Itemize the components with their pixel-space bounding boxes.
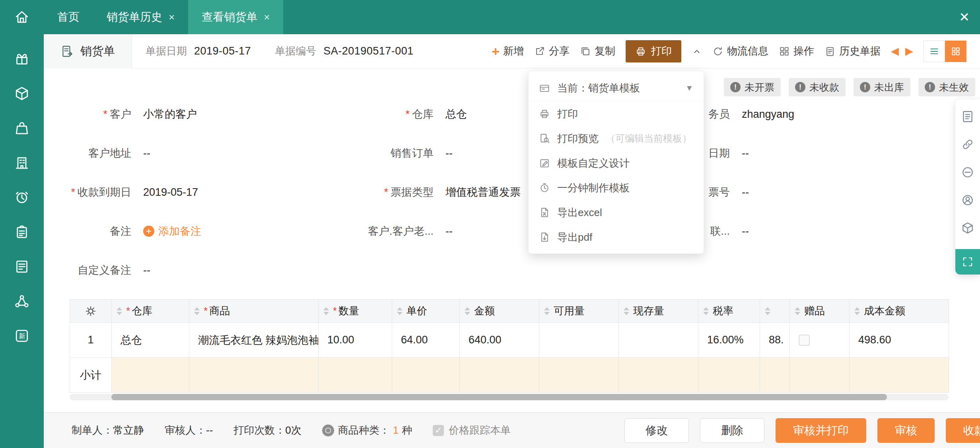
- tab-sales-history[interactable]: 销货单历史×: [93, 0, 188, 34]
- column-header-quantity[interactable]: *数量: [319, 300, 392, 323]
- quantity-cell: 10.00: [319, 323, 392, 358]
- tab-home[interactable]: 首页: [44, 0, 93, 34]
- grid-view-toggle[interactable]: [945, 41, 966, 62]
- close-window-icon[interactable]: ✕: [959, 10, 970, 25]
- building-icon[interactable]: [14, 155, 30, 171]
- doc-number-value: SA-20190517-001: [323, 45, 414, 57]
- link-icon[interactable]: [961, 138, 974, 151]
- home-icon[interactable]: [14, 9, 30, 25]
- product-cell: 潮流毛衣红色 辣妈泡泡袖: [189, 323, 319, 358]
- price-track-checkbox[interactable]: ✓: [433, 425, 444, 436]
- add-button[interactable]: +新增: [492, 44, 524, 58]
- copy-button[interactable]: 复制: [580, 44, 615, 58]
- clipped-cell: 88.: [760, 323, 790, 358]
- horizontal-scrollbar[interactable]: [70, 394, 949, 400]
- expand-button[interactable]: [955, 249, 980, 275]
- gift-checkbox[interactable]: [799, 335, 810, 346]
- history-docs-button[interactable]: 历史单据: [824, 44, 881, 58]
- share-button[interactable]: 分享: [534, 44, 570, 58]
- creator-info: 制单人：常立静: [72, 423, 144, 437]
- menu-item-template-design[interactable]: 模板自定义设计: [529, 151, 704, 175]
- print-dropdown-menu: 当前：销货单模板 ▼ 打印 打印预览 （可编辑当前模板） 模板自定义设计 一分钟…: [528, 71, 704, 254]
- receive-payment-button[interactable]: 收款: [946, 418, 980, 443]
- svg-text:新: 新: [19, 332, 25, 339]
- minus-circle-icon[interactable]: [961, 166, 974, 179]
- bag-icon[interactable]: [14, 120, 30, 136]
- preview-icon: [539, 133, 550, 144]
- tab-view-sales-order[interactable]: 查看销货单×: [188, 0, 283, 34]
- column-header-tax-rate[interactable]: 税率: [698, 300, 760, 323]
- modify-button[interactable]: 修改: [624, 418, 689, 443]
- menu-item-print-preview[interactable]: 打印预览 （可编辑当前模板）: [529, 126, 704, 151]
- warehouse-value: 总仓: [445, 107, 467, 121]
- menu-item-current-template[interactable]: 当前：销货单模板 ▼: [529, 75, 704, 101]
- amount-cell: 640.00: [460, 323, 539, 358]
- menu-item-export-excel[interactable]: 导出excel: [529, 200, 704, 225]
- history-doc-icon: [824, 46, 836, 57]
- column-header-warehouse[interactable]: *仓库: [112, 300, 189, 323]
- view-toggles: [924, 41, 966, 62]
- column-header-product[interactable]: *商品: [189, 300, 319, 323]
- field-remark: 备注 +添加备注: [60, 222, 201, 240]
- person-circle-icon[interactable]: [961, 193, 974, 207]
- field-due-date: *收款到期日 2019-05-17: [60, 183, 198, 201]
- doc-number-label: 单据编号: [275, 44, 316, 58]
- chevron-up-icon[interactable]: [692, 46, 702, 56]
- grid-icon: [779, 46, 790, 57]
- column-header-clipped[interactable]: [760, 300, 790, 323]
- sort-icon: [703, 307, 709, 315]
- sort-icon: [765, 307, 770, 315]
- caret-down-icon[interactable]: ▼: [685, 84, 693, 93]
- doc-nav: ◀ ▶: [891, 45, 913, 57]
- sort-icon: [323, 307, 329, 315]
- column-header-cost-amount[interactable]: 成本金额: [850, 300, 949, 323]
- scrollbar-thumb[interactable]: [111, 394, 887, 400]
- exclaim-icon: !: [860, 82, 870, 92]
- delete-button[interactable]: 删除: [700, 418, 764, 443]
- sort-icon: [465, 307, 470, 315]
- template-icon: [539, 83, 550, 94]
- field-invoice-type: *票据类型 增值税普通发票: [338, 183, 521, 201]
- prev-doc-arrow[interactable]: ◀: [891, 45, 899, 57]
- audit-and-print-button[interactable]: 审核并打印: [776, 418, 866, 443]
- add-remark-button[interactable]: +添加备注: [143, 224, 201, 238]
- print-button[interactable]: 打印: [626, 40, 681, 62]
- column-header-available[interactable]: 可用量: [539, 300, 619, 323]
- menu-item-quick-template[interactable]: 一分钟制作模板: [529, 175, 704, 200]
- line-items-table: *仓库 *商品 *数量 单价 金额 可用量 现存量 税率 赠品 成本金额 1 总…: [70, 299, 949, 393]
- next-doc-arrow[interactable]: ▶: [905, 45, 913, 57]
- audit-button[interactable]: 审核: [877, 418, 935, 443]
- menu-item-print[interactable]: 打印: [529, 101, 704, 126]
- menu-item-export-pdf[interactable]: 导出pdf: [529, 225, 704, 249]
- category-info: 商品种类：1种: [322, 423, 412, 437]
- column-header-unit-price[interactable]: 单价: [392, 300, 460, 323]
- clipboard-icon[interactable]: [14, 224, 30, 240]
- column-settings-gear-icon[interactable]: [75, 305, 107, 317]
- expand-icon: [961, 255, 974, 268]
- network-icon[interactable]: [14, 293, 30, 309]
- excel-file-icon: [539, 207, 550, 218]
- tab-close-icon[interactable]: ×: [169, 12, 175, 22]
- gift-icon[interactable]: [14, 51, 30, 67]
- logistics-button[interactable]: 物流信息: [712, 44, 768, 58]
- customer-value: 小常的客户: [143, 107, 197, 121]
- invoice-icon: [60, 45, 74, 58]
- gift-cell: [790, 323, 850, 358]
- doc-type-label: 销货单: [80, 43, 115, 59]
- document-icon[interactable]: [961, 110, 974, 123]
- tab-close-icon[interactable]: ×: [264, 12, 270, 22]
- column-header-amount[interactable]: 金额: [460, 300, 539, 323]
- doc-type-tab[interactable]: 销货单: [44, 34, 132, 68]
- operations-button[interactable]: 操作: [779, 44, 814, 58]
- cube-icon[interactable]: [961, 221, 974, 235]
- price-track-option: ✓ 价格跟踪本单: [433, 423, 511, 437]
- list-view-toggle[interactable]: [924, 41, 945, 62]
- package-icon[interactable]: [14, 86, 30, 101]
- menu-item-note: （可编辑当前模板）: [606, 132, 692, 145]
- new-module-icon[interactable]: 新: [14, 328, 30, 344]
- column-header-gift[interactable]: 赠品: [790, 300, 850, 323]
- column-header-on-hand[interactable]: 现存量: [619, 300, 698, 323]
- alarm-clock-icon[interactable]: [14, 189, 30, 205]
- report-icon[interactable]: [14, 259, 30, 275]
- sort-icon: [397, 307, 402, 315]
